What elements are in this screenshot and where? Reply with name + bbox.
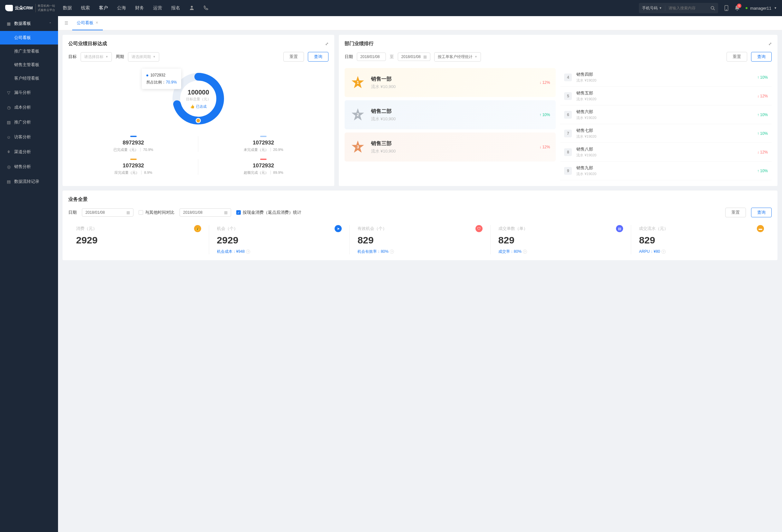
sidebar-dataflow[interactable]: ▤数据流转记录 [0, 174, 58, 189]
help-icon[interactable]: ? [246, 250, 250, 254]
nav-signup[interactable]: 报名 [171, 5, 180, 11]
label-period: 周期 [116, 54, 124, 60]
nav-ops[interactable]: 运营 [153, 5, 162, 11]
funnel-icon: ▽ [6, 90, 11, 95]
rank-item-3[interactable]: 3 销售三部流水 ¥10,900 ↓ 12% [345, 133, 556, 162]
rank-row[interactable]: 4销售四部流水 ¥19020↑ 10% [560, 68, 772, 87]
brand-sub: 教育机构一站式服务云平台 [35, 4, 55, 12]
query-button[interactable]: 查询 [751, 52, 772, 62]
logo: 云朵CRM 教育机构一站式服务云平台 [5, 4, 55, 12]
date2-input[interactable]: 2018/01/08▦ [180, 208, 231, 217]
cash-checkbox[interactable]: ✓按现金消费（返点后消费）统计 [236, 210, 301, 215]
nav-finance[interactable]: 财务 [135, 5, 144, 11]
compare-checkbox[interactable]: 与其他时间对比 [139, 210, 174, 215]
query-button[interactable]: 查询 [751, 208, 772, 217]
mobile-icon[interactable] [724, 5, 729, 11]
reset-button[interactable]: 重置 [283, 52, 304, 62]
close-icon[interactable]: ✕ [96, 21, 98, 25]
sidebar-channel[interactable]: ⚘渠道分析 [0, 144, 58, 159]
status-dot-icon [746, 7, 747, 9]
query-button[interactable]: 查询 [308, 52, 328, 62]
target-card: 公司业绩目标达成 ⤢ 目标 请选择目标▼ 周期 请选择周期▼ 重置 查询 [63, 35, 334, 186]
sidebar-sales[interactable]: ◎销售分析 [0, 159, 58, 174]
send-icon: ➤ [334, 225, 342, 232]
metric-expected: 1072932 应完成量（元）8.9% [68, 155, 198, 178]
nav-phone-icon[interactable] [203, 5, 209, 11]
donut-chart: 1072932 所占比例：70.9% 100000 目标总量（元） [171, 71, 226, 126]
date-from[interactable]: 2018/01/08 [357, 52, 386, 61]
sidebar: ▦数据看板 ⌃ 公司看板 推广主管看板 销售主管看板 客户经理看板 ▽漏斗分析 … [0, 16, 58, 532]
rank-item-2[interactable]: 2 销售二部流水 ¥10,900 ↑ 10% [345, 100, 556, 129]
rank-top3: 1 销售一部流水 ¥10,900 ↓ 12% 2 销售二部流水 ¥10,900 … [345, 68, 556, 180]
rank-card-title: 部门业绩排行 [345, 41, 374, 47]
label-date: 日期 [345, 54, 353, 60]
metric-completed: 8972932 已完成量（元）70.9% [68, 133, 198, 155]
sidebar-promo[interactable]: ▨推广分析 [0, 115, 58, 130]
tab-bar: ☰ 公司看板 ✕ [58, 16, 782, 30]
rank-item-1[interactable]: 1 销售一部流水 ¥10,900 ↓ 12% [345, 68, 556, 97]
select-target[interactable]: 请选择目标▼ [80, 52, 112, 62]
kpi-opportunity: 机会（个）➤ 2929 机会成本：¥948? [209, 225, 350, 254]
sidebar-promo-board[interactable]: 推广主管看板 [0, 44, 58, 58]
expand-icon[interactable]: ⤢ [769, 42, 772, 46]
money-icon: 💰 [194, 225, 201, 232]
search-type-select[interactable]: 手机号码▼ [639, 5, 665, 11]
dashboard-icon: ▦ [6, 21, 11, 26]
nav-data[interactable]: 数据 [63, 5, 72, 11]
nav-customers[interactable]: 客户 [99, 5, 108, 11]
sidebar-cost[interactable]: ◷成本分析 [0, 100, 58, 115]
sidebar-funnel[interactable]: ▽漏斗分析 [0, 85, 58, 100]
label-target: 目标 [68, 54, 77, 60]
search-input[interactable] [665, 6, 707, 10]
visitor-icon: ☺ [6, 135, 11, 140]
expand-icon[interactable]: ⤢ [325, 42, 328, 46]
rank-row[interactable]: 8销售八部流水 ¥19020↓ 12% [560, 143, 772, 162]
gold-medal-icon: 1 [350, 75, 365, 90]
bell-icon[interactable]: 5 [735, 5, 740, 11]
overview-card: 业务全景 日期 2018/01/08▦ 与其他时间对比 2018/01/08▦ … [63, 190, 778, 260]
rank-row[interactable]: 7销售七部流水 ¥19020↑ 10% [560, 124, 772, 143]
select-period[interactable]: 请选择周期▼ [128, 52, 159, 62]
kpi-row: 消费（元）💰 2929 机会（个）➤ 2929 机会成本：¥948? 有效机会（… [68, 225, 772, 254]
sidebar-header-dashboard[interactable]: ▦数据看板 ⌃ [0, 16, 58, 31]
trend-down-icon: ↓ 12% [539, 80, 550, 85]
rank-row[interactable]: 5销售五部流水 ¥19020↓ 12% [560, 87, 772, 105]
help-icon[interactable]: ? [390, 250, 394, 254]
calendar-icon: ▦ [423, 55, 427, 59]
kpi-spend: 消费（元）💰 2929 [68, 225, 209, 254]
shield-icon: 🛡 [475, 225, 483, 232]
sidebar-company-board[interactable]: 公司看板 [0, 31, 58, 44]
stat-type-select[interactable]: 按工单客户经理统计▼ [434, 52, 481, 62]
help-icon[interactable]: ? [662, 250, 666, 254]
logo-icon [5, 5, 13, 11]
hamburger-icon[interactable]: ☰ [61, 21, 72, 26]
user-menu[interactable]: manager11 ▼ [746, 6, 777, 11]
brand-name: 云朵CRM [15, 6, 33, 10]
sidebar-sales-board[interactable]: 销售主管看板 [0, 58, 58, 72]
channel-icon: ⚘ [6, 150, 11, 154]
rank-row[interactable]: 9销售九部流水 ¥19020↑ 10% [560, 162, 772, 180]
tab-company-board[interactable]: 公司看板 ✕ [72, 16, 103, 30]
label-to: 至 [390, 54, 394, 60]
sidebar-visitor[interactable]: ☺访客分析 [0, 130, 58, 144]
help-icon[interactable]: ? [523, 250, 527, 254]
calendar-icon: ▦ [127, 210, 130, 215]
sidebar-manager-board[interactable]: 客户经理看板 [0, 72, 58, 85]
rank-row[interactable]: 6销售六部流水 ¥19020↑ 10% [560, 105, 772, 124]
date-to[interactable]: 2018/01/08▦ [398, 52, 430, 61]
thumbs-up-icon: 👍 [190, 104, 195, 109]
reset-button[interactable]: 重置 [726, 52, 747, 62]
label-date: 日期 [68, 210, 77, 215]
reset-button[interactable]: 重置 [725, 208, 746, 217]
svg-point-0 [191, 6, 193, 8]
main-content: ☰ 公司看板 ✕ 公司业绩目标达成 ⤢ 目标 请选择目标▼ 周期 [58, 16, 782, 532]
nav-pool[interactable]: 公海 [117, 5, 126, 11]
silver-medal-icon: 2 [350, 107, 365, 122]
search-icon[interactable] [707, 6, 718, 10]
metric-incomplete: 1072932 未完成量（元）20.9% [198, 133, 328, 155]
chevron-up-icon: ⌃ [49, 22, 51, 25]
nav-user-icon[interactable] [189, 5, 194, 11]
rank-rest: 4销售四部流水 ¥19020↑ 10% 5销售五部流水 ¥19020↓ 12% … [560, 68, 772, 180]
date1-input[interactable]: 2018/01/08▦ [82, 208, 134, 217]
nav-leads[interactable]: 线索 [81, 5, 90, 11]
